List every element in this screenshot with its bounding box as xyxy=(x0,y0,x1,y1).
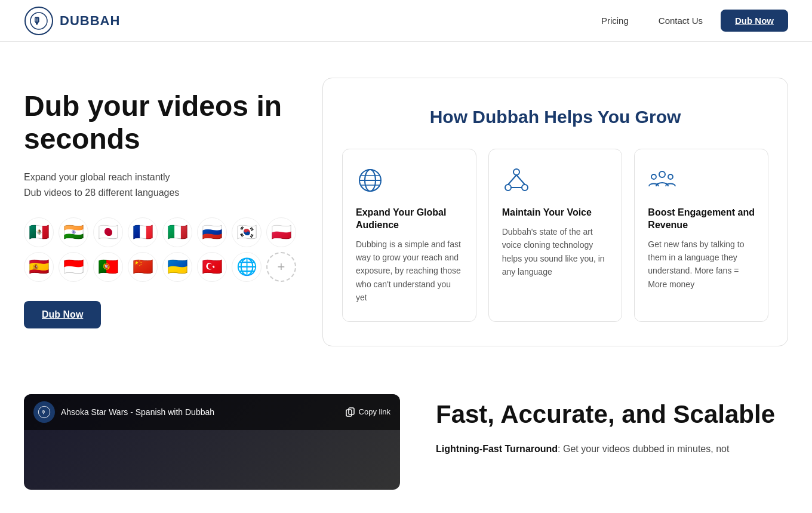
video-logo-icon: 🎙 xyxy=(33,401,55,423)
svg-line-12 xyxy=(516,175,525,185)
flag-ukraine: 🇺🇦 xyxy=(162,252,192,282)
hero-section: Dub your videos in seconds Expand your g… xyxy=(0,42,812,370)
flag-china: 🇨🇳 xyxy=(128,252,158,282)
bottom-title: Fast, Accurate, and Scalable xyxy=(436,400,788,429)
flag-turkey: 🇹🇷 xyxy=(197,252,227,282)
features-grid: Expand Your Global Audience Dubbing is a… xyxy=(342,149,768,322)
video-top-bar: 🎙 Ahsoka Star Wars - Spanish with Dubbah… xyxy=(24,394,400,430)
contact-link[interactable]: Contact Us xyxy=(647,10,715,32)
pricing-link[interactable]: Pricing xyxy=(589,10,641,32)
feature-3-title: Boost Engagement and Revenue xyxy=(648,207,755,232)
feature-3-description: Get new fans by talking to them in a lan… xyxy=(648,238,755,291)
globe-icon xyxy=(356,166,385,195)
flag-italy: 🇮🇹 xyxy=(162,217,192,247)
svg-point-14 xyxy=(659,171,665,177)
flag-japan: 🇯🇵 xyxy=(93,217,123,247)
hero-subtitle-line2: Dub videos to 28 different languages xyxy=(24,188,179,198)
svg-text:🎙: 🎙 xyxy=(41,410,46,415)
features-title-highlight: Helps You Grow xyxy=(544,107,681,127)
features-title: How Dubbah Helps You Grow xyxy=(342,107,768,127)
flag-india: 🇮🇳 xyxy=(59,217,88,247)
flags-grid: 🇲🇽 🇮🇳 🇯🇵 🇫🇷 🇮🇹 🇷🇺 🇰🇷 🇵🇱 🇪🇸 🇮🇩 🇵🇹 🇨🇳 🇺🇦 🇹… xyxy=(24,217,299,282)
bottom-section: 🎙 Ahsoka Star Wars - Spanish with Dubbah… xyxy=(0,370,812,513)
svg-point-15 xyxy=(651,174,656,179)
svg-point-10 xyxy=(522,185,528,191)
svg-point-16 xyxy=(668,174,673,179)
flag-portugal: 🇵🇹 xyxy=(93,252,123,282)
video-title-area: 🎙 Ahsoka Star Wars - Spanish with Dubbah xyxy=(33,401,214,423)
bottom-desc-text: : Get your videos dubbed in minutes, not xyxy=(558,444,729,454)
bottom-description: Lightning-Fast Turnaround: Get your vide… xyxy=(436,441,788,457)
flags-more-button[interactable]: + xyxy=(266,252,296,282)
flag-korea: 🇰🇷 xyxy=(232,217,262,247)
flag-mexico: 🇲🇽 xyxy=(24,217,54,247)
flag-poland: 🇵🇱 xyxy=(266,217,296,247)
hero-dub-now-button[interactable]: Dub Now xyxy=(24,301,101,328)
svg-text:🎙: 🎙 xyxy=(32,16,42,26)
flag-spain: 🇪🇸 xyxy=(24,252,54,282)
video-title: Ahsoka Star Wars - Spanish with Dubbah xyxy=(61,407,214,417)
hero-subtitle: Expand your global reach instantly Dub v… xyxy=(24,170,299,200)
nav-dub-now-button[interactable]: Dub Now xyxy=(721,10,788,32)
video-container[interactable]: 🎙 Ahsoka Star Wars - Spanish with Dubbah… xyxy=(24,394,400,490)
nav-links: Pricing Contact Us Dub Now xyxy=(589,10,788,32)
feature-1-description: Dubbing is a simple and fast way to grow… xyxy=(356,238,463,305)
logo[interactable]: 🎙 DUBBAH xyxy=(24,6,120,36)
people-icon xyxy=(648,166,676,195)
feature-boost-engagement: Boost Engagement and Revenue Get new fan… xyxy=(634,149,768,322)
feature-2-title: Maintain Your Voice xyxy=(502,207,609,219)
feature-maintain-voice: Maintain Your Voice Dubbah's state of th… xyxy=(488,149,623,322)
feature-2-description: Dubbah's state of the art voice cloning … xyxy=(502,225,609,279)
hero-left: Dub your videos in seconds Expand your g… xyxy=(24,78,299,328)
svg-line-11 xyxy=(508,175,516,185)
svg-point-9 xyxy=(505,185,511,191)
hero-subtitle-line1: Expand your global reach instantly xyxy=(24,172,170,182)
copy-icon xyxy=(346,407,355,417)
flag-france: 🇫🇷 xyxy=(128,217,158,247)
feature-global-audience: Expand Your Global Audience Dubbing is a… xyxy=(342,149,476,322)
copy-link-button[interactable]: Copy link xyxy=(346,407,390,417)
logo-icon: 🎙 xyxy=(24,6,54,36)
flag-other: 🌐 xyxy=(232,252,262,282)
network-icon xyxy=(502,166,531,195)
navbar: 🎙 DUBBAH Pricing Contact Us Dub Now xyxy=(0,0,812,42)
flag-russia: 🇷🇺 xyxy=(197,217,227,247)
copy-link-label: Copy link xyxy=(359,407,390,416)
logo-text: DUBBAH xyxy=(60,13,120,29)
features-title-prefix: How Dubbah xyxy=(430,107,545,127)
svg-point-8 xyxy=(513,169,519,175)
feature-1-title: Expand Your Global Audience xyxy=(356,207,463,232)
bottom-desc-label: Lightning-Fast Turnaround xyxy=(436,444,558,454)
flag-indonesia: 🇮🇩 xyxy=(59,252,88,282)
features-card: How Dubbah Helps You Grow Expand Your Gl… xyxy=(322,78,788,346)
bottom-text: Fast, Accurate, and Scalable Lightning-F… xyxy=(436,394,788,457)
hero-title: Dub your videos in seconds xyxy=(24,90,299,155)
